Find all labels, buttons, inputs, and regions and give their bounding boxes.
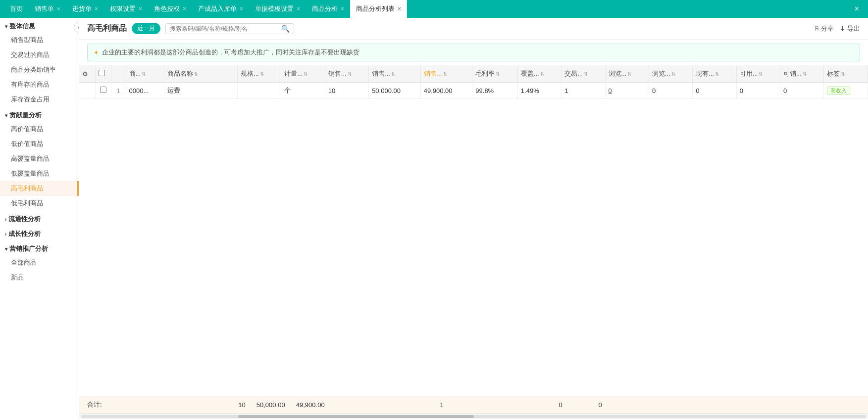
sidebar-item-all-goods[interactable]: 全部商品 bbox=[0, 255, 79, 270]
sidebar-item-high-value[interactable]: 高价值商品 bbox=[0, 122, 79, 137]
close-icon[interactable]: × bbox=[398, 5, 401, 12]
nav-permissions[interactable]: 权限设置 × bbox=[104, 0, 148, 18]
col-settings[interactable]: ⚙ bbox=[79, 65, 95, 83]
sidebar-item-stocked-goods[interactable]: 有库存的商品 bbox=[0, 77, 79, 92]
sort-icon: ⇅ bbox=[194, 71, 198, 77]
col-browse1[interactable]: 浏览... ⇅ bbox=[605, 65, 649, 83]
nav-purchase[interactable]: 进货单 × bbox=[66, 0, 104, 18]
row-coverage: 1.49% bbox=[517, 83, 561, 99]
sidebar-item-high-margin[interactable]: 高毛利商品 bbox=[0, 181, 79, 196]
nav-home[interactable]: 首页 bbox=[4, 0, 29, 18]
sidebar-group-contribution[interactable]: ▾ 贡献量分析 bbox=[0, 107, 79, 122]
sidebar-item-low-margin[interactable]: 低毛利商品 bbox=[0, 196, 79, 211]
col-sale-qty[interactable]: 销售... ⇅ bbox=[325, 65, 368, 83]
filter-recent-month-button[interactable]: 近一月 bbox=[132, 23, 160, 34]
sidebar-item-high-coverage[interactable]: 高覆盖量商品 bbox=[0, 151, 79, 166]
sort-icon: ⇅ bbox=[627, 71, 631, 77]
export-button[interactable]: ⬇ 导出 bbox=[840, 24, 860, 33]
export-icon: ⬇ bbox=[840, 25, 845, 32]
close-icon[interactable]: × bbox=[240, 5, 243, 12]
search-icon[interactable]: 🔍 bbox=[281, 25, 290, 33]
close-icon[interactable]: × bbox=[57, 5, 60, 12]
row-sale-amt: 50,000.00 bbox=[369, 83, 421, 99]
nav-product-analysis[interactable]: 商品分析 × bbox=[306, 0, 350, 18]
horizontal-scrollbar[interactable] bbox=[79, 413, 868, 419]
col-sellable[interactable]: 可销... ⇅ bbox=[780, 65, 824, 83]
row-checkbox[interactable] bbox=[95, 83, 111, 99]
col-coverage[interactable]: 覆盖... ⇅ bbox=[517, 65, 561, 83]
row-browse1[interactable]: 0 bbox=[605, 83, 649, 99]
footer-available: 0 bbox=[567, 401, 607, 409]
sidebar-item-stock-capital[interactable]: 库存资金占用 bbox=[0, 92, 79, 107]
col-num bbox=[111, 65, 126, 83]
sidebar-item-sales-goods[interactable]: 销售型商品 bbox=[0, 33, 79, 47]
scrollbar-thumb[interactable] bbox=[238, 415, 474, 418]
col-spec[interactable]: 规格... ⇅ bbox=[238, 65, 281, 83]
close-all-button[interactable]: × bbox=[850, 4, 864, 13]
footer-sale-cost: 49,900.00 bbox=[290, 401, 330, 409]
sort-icon: ⇅ bbox=[671, 71, 675, 77]
sidebar-item-low-coverage[interactable]: 低覆盖量商品 bbox=[0, 166, 79, 181]
chevron-right-icon: › bbox=[5, 217, 6, 222]
row-unit: 个 bbox=[281, 83, 325, 99]
sidebar-group-growth[interactable]: › 成长性分析 bbox=[0, 226, 79, 240]
col-gross-rate[interactable]: 毛利率 ⇅ bbox=[472, 65, 518, 83]
content-header: 高毛利商品 近一月 🔍 ⎘ 分享 ⬇ 导出 bbox=[79, 18, 868, 40]
col-code[interactable]: 商... ⇅ bbox=[126, 65, 164, 83]
close-icon[interactable]: × bbox=[341, 5, 344, 12]
col-available[interactable]: 可用... ⇅ bbox=[736, 65, 780, 83]
share-icon: ⎘ bbox=[815, 25, 819, 32]
content-area: 高毛利商品 近一月 🔍 ⎘ 分享 ⬇ 导出 ✦ 企业的主要的利润都是这部分商品创… bbox=[79, 18, 868, 419]
sidebar-item-new-goods[interactable]: 新品 bbox=[0, 270, 79, 285]
col-current-stock[interactable]: 现有... ⇅ bbox=[693, 65, 736, 83]
sort-icon: ⇅ bbox=[540, 71, 544, 77]
col-trade[interactable]: 交易... ⇅ bbox=[562, 65, 605, 83]
close-icon[interactable]: × bbox=[297, 5, 300, 12]
sort-icon: ⇅ bbox=[841, 71, 845, 77]
col-sale-amt[interactable]: 销售... ⇅ bbox=[369, 65, 421, 83]
sidebar-group-liquidity[interactable]: › 流通性分析 bbox=[0, 211, 79, 226]
close-icon[interactable]: × bbox=[183, 5, 186, 12]
col-browse2[interactable]: 浏览... ⇅ bbox=[649, 65, 692, 83]
sidebar-group-overall[interactable]: ▾ 整体信息 bbox=[0, 18, 79, 33]
row-trade: 1 bbox=[562, 83, 605, 99]
sort-icon: ⇅ bbox=[348, 71, 352, 77]
chevron-down-icon: ▾ bbox=[5, 246, 7, 252]
close-icon[interactable]: × bbox=[95, 5, 98, 12]
nav-roles[interactable]: 角色授权 × bbox=[148, 0, 192, 18]
sidebar-group-marketing[interactable]: ▾ 营销推广分析 bbox=[0, 240, 79, 255]
row-tag: 高收入 bbox=[824, 83, 868, 99]
nav-sales[interactable]: 销售单 × bbox=[29, 0, 66, 18]
page-title: 高毛利商品 bbox=[87, 23, 127, 34]
top-nav: 首页 销售单 × 进货单 × 权限设置 × 角色授权 × 产成品入库单 × 单据… bbox=[0, 0, 868, 18]
footer-trade: 1 bbox=[409, 401, 449, 409]
select-all-checkbox[interactable] bbox=[99, 70, 105, 76]
nav-product-analysis-list[interactable]: 商品分析列表 × bbox=[350, 0, 407, 18]
share-button[interactable]: ⎘ 分享 bbox=[815, 24, 834, 33]
sort-icon: ⇅ bbox=[715, 71, 719, 77]
sidebar-item-low-value[interactable]: 低价值商品 bbox=[0, 137, 79, 151]
table-container: ⚙ 商... ⇅ bbox=[79, 65, 868, 396]
row-gross-rate: 99.8% bbox=[472, 83, 518, 99]
row-sale-qty: 10 bbox=[325, 83, 368, 99]
info-banner: ✦ 企业的主要的利润都是这部分商品创造的，可考虑加大推广，同时关注库存是不要出现… bbox=[87, 44, 860, 61]
col-sale-cost[interactable]: 销售... ⇅ bbox=[420, 65, 472, 83]
col-checkbox bbox=[95, 65, 111, 83]
sidebar-item-traded-goods[interactable]: 交易过的商品 bbox=[0, 47, 79, 62]
sidebar-item-category-rate[interactable]: 商品分类助销率 bbox=[0, 62, 79, 77]
scrollbar-track bbox=[81, 415, 866, 418]
col-name[interactable]: 商品名称 ⇅ bbox=[164, 65, 238, 83]
sidebar: « ▾ 整体信息 销售型商品 交易过的商品 商品分类助销率 有库存的商品 库存资… bbox=[0, 18, 79, 419]
col-tag[interactable]: 标签 ⇅ bbox=[824, 65, 868, 83]
settings-icon[interactable]: ⚙ bbox=[82, 70, 88, 78]
search-input[interactable] bbox=[170, 25, 281, 32]
nav-inbound[interactable]: 产成品入库单 × bbox=[192, 0, 249, 18]
col-unit[interactable]: 计量... ⇅ bbox=[281, 65, 325, 83]
close-icon[interactable]: × bbox=[139, 5, 142, 12]
sort-icon: ⇅ bbox=[304, 71, 307, 77]
table-row: 1 0000... 运费 个 10 50,000.00 49,900.00 99… bbox=[79, 83, 868, 99]
info-icon: ✦ bbox=[94, 49, 99, 56]
nav-template[interactable]: 单据模板设置 × bbox=[249, 0, 306, 18]
footer-sale-amt: 50,000.00 bbox=[251, 401, 290, 409]
header-actions: ⎘ 分享 ⬇ 导出 bbox=[815, 24, 860, 33]
